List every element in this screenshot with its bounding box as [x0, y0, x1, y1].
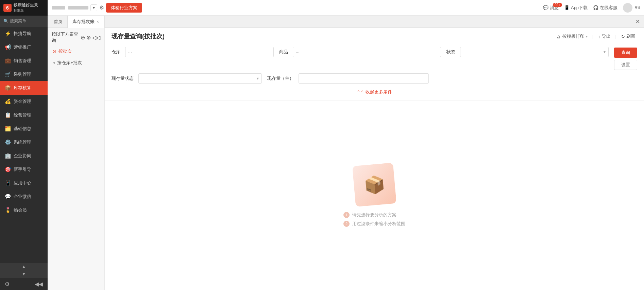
settings-btn[interactable]: 设置 [614, 60, 637, 70]
topbar-gear-btn[interactable]: ⚙ [99, 4, 104, 11]
collapse-row[interactable]: ⌃⌃ 收起更多条件 [112, 87, 637, 97]
stock-status-select[interactable]: ▾ [138, 73, 262, 84]
trial-btn[interactable]: 体验行业方案 [106, 3, 142, 13]
collapse-panel-btn[interactable]: ◁◁ [92, 34, 100, 41]
print-btn[interactable]: 🖨 按模板打印 ▾ [555, 32, 590, 41]
tab-close-btn[interactable]: × [96, 19, 100, 24]
tab-inventory-batch-label: 库存批次账 [72, 19, 95, 25]
stock-quantity-filter: 现存量（主） — [267, 73, 429, 84]
print-label: 按模板打印 [562, 33, 584, 39]
settings-icon[interactable]: ⚙ [5, 281, 10, 287]
sidebar-scroll-up[interactable]: ▲ [0, 263, 48, 270]
sidebar-label-purchase: 采购管理 [14, 71, 31, 77]
topbar: ▾ ⚙ 体验行业方案 💬 消息 99+ 📱 App下载 🎧 在线客服 Rit [48, 0, 644, 16]
left-panel-title: 按以下方案查询 [52, 31, 81, 43]
sidebar-item-marketing[interactable]: 📢 营销推广 [0, 40, 48, 54]
stock-status-label: 现存量状态 [112, 75, 134, 81]
filter-buttons: 查询 设置 [614, 48, 637, 70]
scheme-active-icon: ⊙ [52, 49, 56, 54]
export-icon: ↑ [598, 34, 600, 39]
sales-icon: 💼 [5, 58, 11, 64]
search-menu-label: 搜索菜单 [10, 18, 26, 24]
tab-inventory-batch[interactable]: 库存批次账 × [68, 16, 105, 28]
refresh-icon: ↻ [621, 34, 625, 39]
sidebar-label-finance: 资金管理 [14, 98, 31, 105]
print-icon: 🖨 [557, 34, 561, 39]
scheme-by-batch-label: 按批次 [58, 48, 72, 54]
export-btn[interactable]: ↑ 导出 [596, 32, 613, 41]
sidebar-item-system[interactable]: ⚙️ 系统管理 [0, 135, 48, 149]
sidebar-label-marketing: 营销推广 [14, 44, 31, 50]
tab-home[interactable]: 首页 [49, 16, 68, 28]
online-service-btn[interactable]: 🎧 在线客服 [593, 5, 617, 11]
refresh-btn[interactable]: ↻ 刷新 [619, 32, 637, 41]
sidebar-search[interactable]: 🔍 搜索菜单 [0, 16, 48, 27]
purchase-icon: 🛒 [5, 71, 11, 77]
empty-tips: 1 请先选择要分析的方案 2 用过滤条件来缩小分析范围 [343, 212, 405, 227]
wechat-icon: 💬 [5, 194, 11, 200]
sidebar-label-wechat: 企业微信 [14, 194, 31, 200]
scheme-item-by-batch[interactable]: ⊙ 按批次 [48, 46, 104, 57]
shortcut-icon: ⚡ [5, 31, 11, 37]
scheme-settings-btn[interactable]: ⊛ [86, 34, 91, 41]
topbar-left: ▾ ⚙ 体验行业方案 [52, 3, 540, 13]
page-title: 现存量查询(按批次) [112, 32, 165, 40]
product-input[interactable]: ··· [293, 47, 441, 57]
empty-tip-1-text: 请先选择要分析的方案 [352, 212, 396, 218]
sidebar-item-wechat[interactable]: 💬 企业微信 [0, 190, 48, 203]
collapse-up-icon: ⌃⌃ [357, 90, 364, 95]
topbar-dropdown-btn[interactable]: ▾ [90, 4, 97, 11]
filter-row-1: 仓库 ··· 商品 ··· 状态 [112, 47, 637, 70]
status-dropdown-icon: ▾ [604, 50, 606, 54]
warehouse-label: 仓库 [112, 49, 120, 55]
sidebar-header: 6 畅康通好生意 标准版 [0, 0, 48, 16]
product-label: 商品 [279, 49, 288, 55]
left-panel-header: 按以下方案查询 ⊕ ⊛ ◁◁ [48, 28, 104, 46]
message-btn[interactable]: 💬 消息 99+ [543, 5, 559, 11]
sidebar-scroll-down[interactable]: ▼ [0, 270, 48, 278]
action-divider-2: | [615, 34, 616, 39]
sidebar-label-appstore: 应用中心 [14, 180, 31, 186]
sidebar-item-enterprise[interactable]: 🏢 企业协同 [0, 149, 48, 163]
stock-quantity-max[interactable] [369, 76, 426, 81]
basic-icon: 🗂️ [5, 126, 11, 132]
app-download-btn[interactable]: 📱 App下载 [564, 5, 588, 11]
user-info[interactable]: Rit [623, 3, 640, 13]
warehouse-dots: ··· [128, 50, 132, 55]
sidebar-item-operations[interactable]: 📋 经营管理 [0, 108, 48, 122]
sidebar-item-newbie[interactable]: 🎯 新手引导 [0, 163, 48, 176]
add-scheme-btn[interactable]: ⊕ [81, 34, 85, 41]
newbie-icon: 🎯 [5, 166, 11, 173]
status-label: 状态 [446, 49, 455, 55]
sidebar-label-basic: 基础信息 [14, 126, 31, 132]
finance-icon: 💰 [5, 98, 11, 105]
sidebar-item-vip[interactable]: 🎖️ 畅会员 [0, 203, 48, 217]
warehouse-input[interactable]: ··· [125, 47, 274, 57]
status-select[interactable]: ▾ [460, 47, 609, 57]
sidebar-nav: ⚡ 快捷导航 📢 营销推广 💼 销售管理 🛒 采购管理 📦 库存核算 💰 资金管… [0, 27, 48, 263]
empty-tip-1: 1 请先选择要分析的方案 [343, 212, 405, 218]
filter-area: 仓库 ··· 商品 ··· 状态 [105, 43, 644, 101]
sidebar-item-sales[interactable]: 💼 销售管理 [0, 54, 48, 68]
sidebar-item-purchase[interactable]: 🛒 采购管理 [0, 68, 48, 81]
sidebar-item-finance[interactable]: 💰 资金管理 [0, 95, 48, 108]
stock-quantity-range[interactable]: — [299, 73, 429, 84]
sidebar-item-basic[interactable]: 🗂️ 基础信息 [0, 122, 48, 135]
sidebar-item-appstore[interactable]: 📱 应用中心 [0, 176, 48, 190]
stock-quantity-label: 现存量（主） [267, 75, 294, 81]
sidebar-item-inventory[interactable]: 📦 库存核算 [0, 81, 48, 95]
app-download-icon: 📱 [564, 5, 570, 10]
stock-quantity-min[interactable] [302, 76, 359, 81]
empty-illustration: 📦 [352, 162, 396, 206]
sidebar-item-shortcut[interactable]: ⚡ 快捷导航 [0, 27, 48, 40]
tab-bar-close-btn[interactable]: ✕ [633, 18, 643, 25]
collapse-icon[interactable]: ◀◀ [35, 281, 43, 287]
page-title-bar: 现存量查询(按批次) 🖨 按模板打印 ▾ | ↑ 导出 | ↻ [105, 28, 644, 43]
print-dropdown-icon: ▾ [586, 35, 588, 38]
query-btn[interactable]: 查询 [614, 48, 637, 58]
tip-num-2: 2 [343, 221, 350, 227]
action-divider-1: | [592, 34, 593, 39]
stock-quantity-sep: — [361, 76, 366, 81]
scheme-item-by-warehouse-batch[interactable]: ○ 按仓库+批次 [48, 57, 104, 69]
message-icon: 💬 [543, 5, 548, 10]
